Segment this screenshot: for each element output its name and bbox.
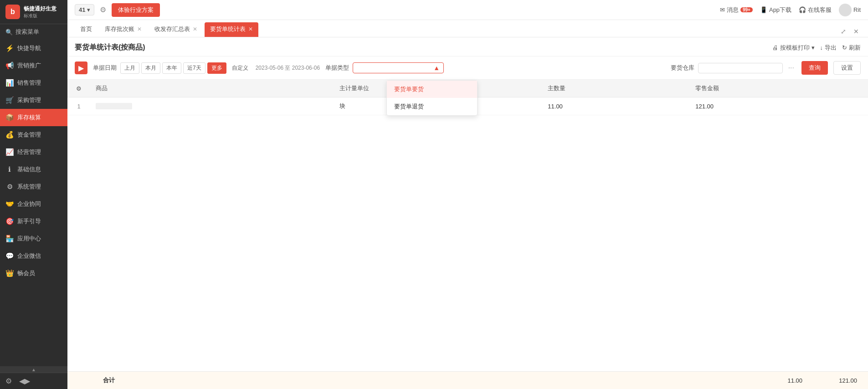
- footer-amount: 121.00: [808, 377, 863, 384]
- tab-receive-summary[interactable]: 收发存汇总表 ✕: [149, 22, 203, 37]
- footer-quantity: 11.00: [735, 377, 808, 384]
- sidebar: b 畅捷通好生意 标准版 🔍 搜索菜单 ⚡快捷导航📢营销推广📊销售管理🛒采购管理…: [0, 0, 67, 389]
- sidebar-item-label-0: 快捷导航: [17, 44, 41, 52]
- tab-maximize-icon[interactable]: ⤢: [839, 26, 848, 37]
- tab-count-selector[interactable]: 41 ▾: [75, 4, 94, 15]
- refresh-icon: ↻: [842, 44, 847, 51]
- sidebar-item-1[interactable]: 📢营销推广: [0, 57, 67, 74]
- date-last-7-days[interactable]: 近7天: [183, 62, 205, 74]
- tab-receive-summary-close[interactable]: ✕: [193, 26, 197, 32]
- tab-inventory-batch-label: 库存批次账: [105, 25, 134, 33]
- app-title: 畅捷通好生意: [24, 5, 56, 13]
- topbar-gear-icon[interactable]: ⚙: [98, 4, 108, 16]
- service-icon: 🎧: [799, 6, 806, 13]
- query-button[interactable]: 查询: [801, 61, 828, 75]
- filter-settings-button[interactable]: 设置: [833, 61, 861, 75]
- warehouse-input[interactable]: [702, 65, 779, 72]
- col-header-product: 商品: [90, 80, 334, 97]
- app-download-button[interactable]: 📱 App下载: [760, 6, 791, 14]
- date-range-display: 2023-05-06 至 2023-06-06: [256, 64, 320, 72]
- sidebar-scroll-up[interactable]: ▲: [0, 366, 67, 373]
- sidebar-icon-1: 📢: [5, 61, 14, 70]
- tab-order-stats-label: 要货单统计表: [210, 25, 246, 33]
- sidebar-item-7[interactable]: ℹ基础信息: [0, 161, 67, 178]
- sidebar-item-8[interactable]: ⚙系统管理: [0, 178, 67, 195]
- logo-icon: b: [5, 5, 20, 19]
- sidebar-search[interactable]: 🔍 搜索菜单: [0, 24, 67, 40]
- filter-expand-button[interactable]: ▶: [75, 61, 87, 74]
- warehouse-select-box[interactable]: [698, 63, 783, 73]
- warehouse-more-icon[interactable]: ···: [786, 63, 796, 73]
- sidebar-item-4[interactable]: 📦库存核算: [0, 109, 67, 126]
- topbar-left: 41 ▾ ⚙ 体验行业方案: [75, 3, 714, 17]
- date-label: 单据日期: [93, 64, 117, 72]
- sidebar-item-label-9: 企业协同: [17, 200, 41, 208]
- print-icon: 🖨: [772, 44, 778, 51]
- date-custom-button[interactable]: 自定义: [228, 63, 252, 73]
- sidebar-item-12[interactable]: 💬企业微信: [0, 247, 67, 265]
- sidebar-item-label-2: 销售管理: [17, 79, 41, 87]
- tab-close-all-icon[interactable]: ✕: [852, 26, 861, 37]
- sidebar-icon-0: ⚡: [5, 44, 14, 52]
- tabs-actions: ⤢ ✕: [839, 26, 861, 37]
- cell-amount: 121.00: [690, 97, 868, 115]
- tab-inventory-batch-close[interactable]: ✕: [137, 26, 142, 32]
- message-badge: 99+: [740, 7, 753, 12]
- sidebar-item-label-6: 经营管理: [17, 148, 41, 156]
- message-icon: ✉: [720, 6, 725, 13]
- footer-values: 11.00 121.00: [735, 377, 863, 384]
- settings-icon[interactable]: ⚙: [5, 377, 12, 385]
- cell-quantity: 11.00: [542, 97, 690, 115]
- user-name: Rit: [853, 6, 861, 13]
- trial-button[interactable]: 体验行业方案: [112, 3, 160, 17]
- message-button[interactable]: ✉ 消息 99+: [720, 6, 753, 14]
- col-header-settings[interactable]: ⚙: [67, 80, 90, 97]
- filter-bar: ▶ 单据日期 上月 本月 本年 近7天 更多 自定义 2023-05-06 至 …: [67, 56, 868, 80]
- sidebar-item-11[interactable]: 🏪应用中心: [0, 230, 67, 247]
- sidebar-item-6[interactable]: 📈经营管理: [0, 143, 67, 161]
- tab-order-stats[interactable]: 要货单统计表 ✕: [205, 22, 258, 37]
- type-select-box[interactable]: ▲: [353, 62, 444, 73]
- collapse-icon[interactable]: ◀▶: [19, 377, 30, 385]
- page-actions: 🖨 按模板打印 ▾ ↓ 导出 ↻ 刷新: [772, 44, 861, 52]
- tab-home[interactable]: 首页: [75, 22, 98, 37]
- sidebar-icon-6: 📈: [5, 148, 14, 156]
- date-more-button[interactable]: 更多: [207, 62, 226, 74]
- type-input[interactable]: [357, 65, 433, 72]
- sidebar-item-5[interactable]: 💰资金管理: [0, 126, 67, 143]
- page-content: 要货单统计表(按商品) 🖨 按模板打印 ▾ ↓ 导出 ↻ 刷新 ▶: [67, 37, 868, 389]
- sidebar-item-13[interactable]: 👑畅会员: [0, 265, 67, 282]
- date-filter-group: 单据日期 上月 本月 本年 近7天 更多 自定义 2023-05-06 至 20…: [93, 62, 320, 74]
- refresh-button[interactable]: ↻ 刷新: [842, 44, 861, 52]
- date-last-month[interactable]: 上月: [120, 62, 139, 74]
- dropdown-item-order-goods[interactable]: 要货单要货: [387, 81, 477, 98]
- sidebar-icon-12: 💬: [5, 252, 14, 260]
- col-header-amount: 零售金额: [690, 80, 868, 97]
- cell-seq: 1: [67, 97, 90, 115]
- download-icon: 📱: [760, 6, 767, 13]
- tab-home-label: 首页: [80, 25, 92, 33]
- tab-order-stats-close[interactable]: ✕: [248, 26, 253, 32]
- user-avatar-button[interactable]: Rit: [839, 4, 861, 16]
- tab-inventory-batch[interactable]: 库存批次账 ✕: [99, 22, 147, 37]
- sidebar-item-label-1: 营销推广: [17, 61, 41, 70]
- dropdown-item-order-return[interactable]: 要货单退货: [387, 98, 477, 115]
- date-buttons: 上月 本月 本年 近7天 更多 自定义: [120, 62, 252, 74]
- type-select-arrow-icon[interactable]: ▲: [433, 64, 440, 72]
- user-avatar: [839, 4, 852, 16]
- sidebar-item-0[interactable]: ⚡快捷导航: [0, 40, 67, 57]
- date-this-year[interactable]: 本年: [162, 62, 181, 74]
- print-button[interactable]: 🖨 按模板打印 ▾: [772, 44, 815, 52]
- sidebar-item-label-12: 企业微信: [17, 252, 41, 260]
- print-arrow-icon: ▾: [812, 44, 815, 51]
- sidebar-icon-3: 🛒: [5, 96, 14, 104]
- logo-text: 畅捷通好生意 标准版: [24, 5, 56, 19]
- cell-product: [90, 97, 334, 115]
- export-button[interactable]: ↓ 导出: [820, 44, 837, 52]
- sidebar-item-3[interactable]: 🛒采购管理: [0, 92, 67, 109]
- sidebar-item-2[interactable]: 📊销售管理: [0, 74, 67, 92]
- online-service-button[interactable]: 🎧 在线客服: [799, 6, 832, 14]
- sidebar-item-10[interactable]: 🎯新手引导: [0, 213, 67, 230]
- date-this-month[interactable]: 本月: [141, 62, 160, 74]
- sidebar-item-9[interactable]: 🤝企业协同: [0, 195, 67, 213]
